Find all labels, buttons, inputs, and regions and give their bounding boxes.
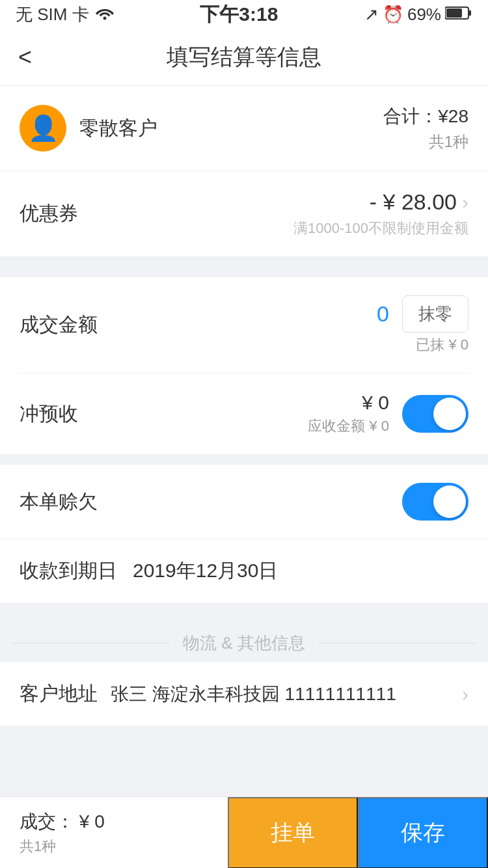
status-left: 无 SIM 卡: [16, 3, 114, 26]
avatar-icon: 👤: [28, 114, 59, 142]
divider-2: [0, 454, 488, 465]
status-right: ↗ ⏰ 69%: [364, 5, 472, 25]
amount-right: 0 抹零: [377, 295, 468, 332]
total-count: 共1种: [383, 131, 468, 152]
battery-percent: 69%: [407, 5, 441, 25]
advance-row: 冲预收 ¥ 0 应收金额 ¥ 0: [0, 373, 488, 454]
address-label: 客户地址: [20, 681, 98, 707]
advance-amount: ¥ 0: [308, 392, 389, 414]
logistics-divider: 物流 & 其他信息: [0, 623, 488, 662]
amount-sub: 已抹 ¥ 0: [416, 335, 468, 355]
status-bar: 无 SIM 卡 下午3:18 ↗ ⏰ 69%: [0, 0, 488, 29]
logistics-label: 物流 & 其他信息: [183, 632, 305, 655]
customer-row: 👤 零散客户 合计：¥28 共1种: [0, 86, 488, 170]
no-sim-text: 无 SIM 卡: [16, 3, 89, 26]
page-title: 填写结算等信息: [167, 42, 321, 72]
svg-point-0: [103, 16, 106, 20]
amount-value: 0: [377, 301, 389, 327]
battery-icon: [445, 5, 472, 25]
location-icon: ↗: [364, 5, 379, 25]
status-time: 下午3:18: [200, 1, 278, 28]
bottom-deal-row: 成交： ¥ 0: [20, 809, 208, 834]
alarm-icon: ⏰: [383, 5, 403, 25]
bottom-bar: 成交： ¥ 0 共1种 挂单 保存: [0, 796, 488, 868]
customer-right: 合计：¥28 共1种: [383, 104, 468, 152]
total-amount: 合计：¥28: [383, 104, 468, 129]
customer-name: 零散客户: [79, 115, 157, 142]
save-button[interactable]: 保存: [358, 797, 488, 869]
back-button[interactable]: <: [18, 44, 32, 71]
advance-sub: 应收金额 ¥ 0: [308, 416, 389, 436]
coupon-right: - ¥ 28.00 ›: [370, 189, 468, 215]
debt-toggle[interactable]: [402, 483, 468, 521]
due-date-value: 2019年12月30日: [133, 558, 278, 584]
customer-section: 👤 零散客户 合计：¥28 共1种 优惠券 - ¥ 28.00 › 满1000-…: [0, 86, 488, 256]
address-chevron-icon: ›: [462, 683, 468, 705]
advance-right: ¥ 0 应收金额 ¥ 0: [308, 392, 468, 436]
address-section[interactable]: 客户地址 张三 海淀永丰科技园 11111111111 ›: [0, 662, 488, 726]
toggle-knob: [433, 398, 466, 430]
debt-label: 本单赊欠: [20, 489, 98, 515]
divider-1: [0, 267, 488, 277]
coupon-desc: 满1000-100不限制使用金额: [293, 219, 468, 238]
coupon-row[interactable]: 优惠券 - ¥ 28.00 › 满1000-100不限制使用金额: [0, 170, 488, 256]
amount-label: 成交金额: [20, 312, 98, 338]
due-date-label: 收款到期日: [20, 558, 117, 584]
divider-3: [0, 603, 488, 613]
deal-amount: ¥ 0: [79, 811, 105, 832]
debt-toggle-knob: [433, 485, 466, 518]
coupon-discount: - ¥ 28.00: [370, 189, 457, 215]
round-zero-button[interactable]: 抹零: [402, 295, 468, 332]
nav-bar: < 填写结算等信息: [0, 29, 488, 86]
customer-left: 👤 零散客户: [20, 105, 157, 152]
logistics-line-right: [318, 643, 475, 644]
advance-amount-block: ¥ 0 应收金额 ¥ 0: [308, 392, 389, 436]
advance-toggle[interactable]: [402, 395, 468, 433]
hang-order-button[interactable]: 挂单: [228, 797, 358, 869]
address-value: 张三 海淀永丰科技园 11111111111: [111, 682, 462, 707]
due-date-section: 收款到期日 2019年12月30日: [0, 539, 488, 603]
logistics-line-left: [13, 643, 170, 644]
svg-rect-2: [468, 10, 471, 16]
chevron-right-icon: ›: [462, 191, 468, 213]
bottom-count: 共1种: [20, 837, 208, 856]
deal-label: 成交：: [20, 811, 74, 832]
amount-row: 成交金额 0 抹零 已抹 ¥ 0: [20, 277, 468, 373]
avatar: 👤: [20, 105, 66, 152]
wifi-icon: [96, 5, 114, 25]
advance-label: 冲预收: [20, 401, 78, 427]
amount-advance-section: 成交金额 0 抹零 已抹 ¥ 0: [0, 277, 488, 373]
svg-rect-3: [446, 8, 462, 18]
debt-section: 本单赊欠: [0, 465, 488, 539]
bottom-info: 成交： ¥ 0 共1种: [0, 809, 228, 856]
coupon-label: 优惠券: [20, 200, 78, 227]
